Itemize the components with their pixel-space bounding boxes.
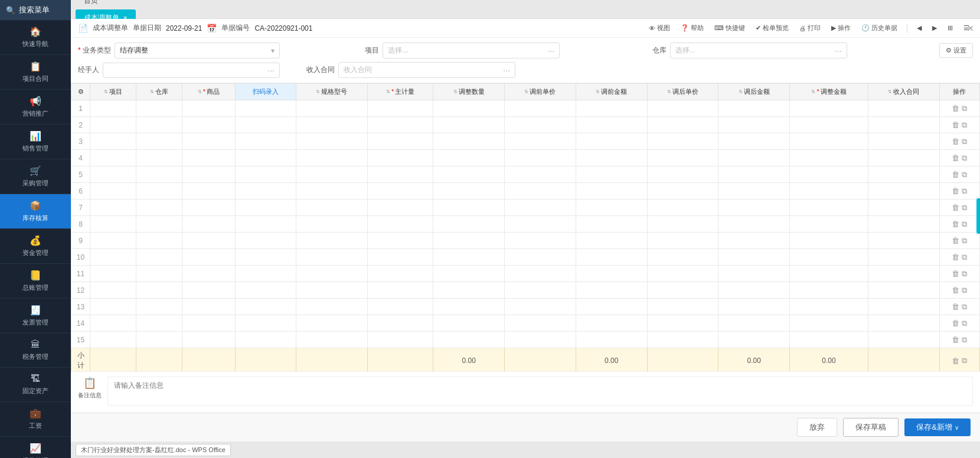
income-contract-cell[interactable]: [868, 299, 940, 315]
pre-amount-cell[interactable]: [576, 183, 647, 199]
unit-cell[interactable]: [367, 332, 433, 348]
sort-icon[interactable]: ⇅: [524, 89, 528, 94]
project-cell[interactable]: [90, 216, 136, 233]
spec-cell[interactable]: [296, 299, 368, 315]
pre-unit-price-cell[interactable]: [505, 249, 576, 266]
income-contract-cell[interactable]: [868, 117, 940, 133]
sort-icon[interactable]: ⇅: [150, 89, 154, 94]
post-amount-cell[interactable]: [718, 233, 790, 249]
project-cell[interactable]: [90, 199, 136, 216]
post-amount-cell[interactable]: [718, 299, 790, 315]
post-amount-cell[interactable]: [718, 183, 790, 199]
pre-amount-cell[interactable]: [576, 233, 647, 249]
spec-cell[interactable]: [296, 199, 368, 216]
sort-icon[interactable]: ⇅: [386, 89, 390, 94]
business-type-select[interactable]: 结存调整 ▾: [115, 42, 280, 58]
pre-amount-cell[interactable]: [576, 282, 647, 299]
scan-cell[interactable]: [235, 216, 296, 233]
adjust-amount-cell[interactable]: [790, 282, 868, 299]
spec-cell[interactable]: [296, 183, 368, 199]
sidebar-item-payroll[interactable]: 💼 工资: [0, 402, 71, 437]
warehouse-cell[interactable]: [136, 282, 182, 299]
unit-cell[interactable]: [367, 166, 433, 183]
copy-icon[interactable]: ⧉: [962, 236, 967, 246]
spec-cell[interactable]: [296, 249, 368, 266]
income-contract-cell[interactable]: [868, 216, 940, 233]
sort-icon[interactable]: ⇅: [667, 89, 671, 94]
post-amount-cell[interactable]: [718, 100, 790, 117]
project-input[interactable]: 选择... ···: [383, 42, 560, 58]
copy-icon[interactable]: ⧉: [962, 356, 967, 365]
income-contract-cell[interactable]: [868, 282, 940, 299]
pre-amount-cell[interactable]: [576, 299, 647, 315]
unit-cell[interactable]: [367, 133, 433, 150]
agent-input[interactable]: ···: [103, 63, 280, 78]
product-cell[interactable]: [182, 216, 235, 233]
sidebar-item-sales-promotion[interactable]: 📢 营销推广: [0, 90, 71, 125]
adjust-qty-cell[interactable]: [433, 133, 505, 150]
spec-cell[interactable]: [296, 216, 368, 233]
delete-icon[interactable]: 🗑: [952, 356, 959, 365]
delete-icon[interactable]: 🗑: [952, 120, 959, 129]
scan-cell[interactable]: [235, 332, 296, 348]
close-btn[interactable]: ✕: [967, 24, 974, 33]
income-contract-input[interactable]: 收入合同 ···: [338, 62, 515, 78]
copy-icon[interactable]: ⧉: [962, 302, 967, 312]
sidebar-item-operations-mgmt[interactable]: 📈 经营管理: [0, 437, 71, 458]
warehouse-cell[interactable]: [136, 100, 182, 117]
sidebar-item-invoice-mgmt[interactable]: 🧾 发票管理: [0, 299, 71, 333]
taskbar-item[interactable]: 木门行业好业财处理方案-磊红红.doc - WPS Office: [76, 444, 231, 456]
post-amount-cell[interactable]: [718, 166, 790, 183]
scan-cell[interactable]: [235, 133, 296, 150]
pre-amount-cell[interactable]: [576, 117, 647, 133]
spec-cell[interactable]: [296, 233, 368, 249]
sidebar-item-sales-mgmt[interactable]: 📊 销售管理: [0, 125, 71, 159]
adjust-qty-cell[interactable]: [433, 166, 505, 183]
pre-amount-cell[interactable]: [576, 133, 647, 150]
sidebar-search[interactable]: 🔍 搜索菜单: [0, 0, 71, 20]
sidebar-item-ledger-mgmt[interactable]: 📒 总账管理: [0, 264, 71, 299]
scan-cell[interactable]: [235, 100, 296, 117]
post-unit-price-cell[interactable]: [647, 199, 718, 216]
warehouse-cell[interactable]: [136, 299, 182, 315]
pre-unit-price-cell[interactable]: [505, 216, 576, 233]
post-unit-price-cell[interactable]: [647, 282, 718, 299]
post-amount-cell[interactable]: [718, 249, 790, 266]
copy-icon[interactable]: ⧉: [962, 203, 967, 212]
post-amount-cell[interactable]: [718, 332, 790, 348]
post-amount-cell[interactable]: [718, 266, 790, 282]
warehouse-cell[interactable]: [136, 183, 182, 199]
project-cell[interactable]: [90, 117, 136, 133]
scan-cell[interactable]: [235, 150, 296, 166]
unit-cell[interactable]: [367, 233, 433, 249]
post-unit-price-cell[interactable]: [647, 100, 718, 117]
pre-amount-cell[interactable]: [576, 100, 647, 117]
delete-icon[interactable]: 🗑: [952, 302, 959, 311]
product-cell[interactable]: [182, 199, 235, 216]
project-cell[interactable]: [90, 150, 136, 166]
adjust-qty-cell[interactable]: [433, 266, 505, 282]
pre-unit-price-cell[interactable]: [505, 282, 576, 299]
adjust-amount-cell[interactable]: [790, 199, 868, 216]
copy-icon[interactable]: ⧉: [962, 137, 967, 146]
scan-cell[interactable]: [235, 282, 296, 299]
copy-icon[interactable]: ⧉: [962, 253, 967, 262]
pre-unit-price-cell[interactable]: [505, 183, 576, 199]
pre-amount-cell[interactable]: [576, 166, 647, 183]
copy-icon[interactable]: ⧉: [962, 170, 967, 179]
project-cell[interactable]: [90, 133, 136, 150]
delete-icon[interactable]: 🗑: [952, 137, 959, 146]
project-cell[interactable]: [90, 166, 136, 183]
spec-cell[interactable]: [296, 150, 368, 166]
pre-unit-price-cell[interactable]: [505, 233, 576, 249]
pre-amount-cell[interactable]: [576, 216, 647, 233]
spec-cell[interactable]: [296, 266, 368, 282]
warehouse-cell[interactable]: [136, 166, 182, 183]
adjust-amount-cell[interactable]: [790, 299, 868, 315]
post-unit-price-cell[interactable]: [647, 150, 718, 166]
warehouse-cell[interactable]: [136, 315, 182, 332]
product-cell[interactable]: [182, 332, 235, 348]
product-cell[interactable]: [182, 233, 235, 249]
adjust-qty-cell[interactable]: [433, 199, 505, 216]
product-cell[interactable]: [182, 249, 235, 266]
